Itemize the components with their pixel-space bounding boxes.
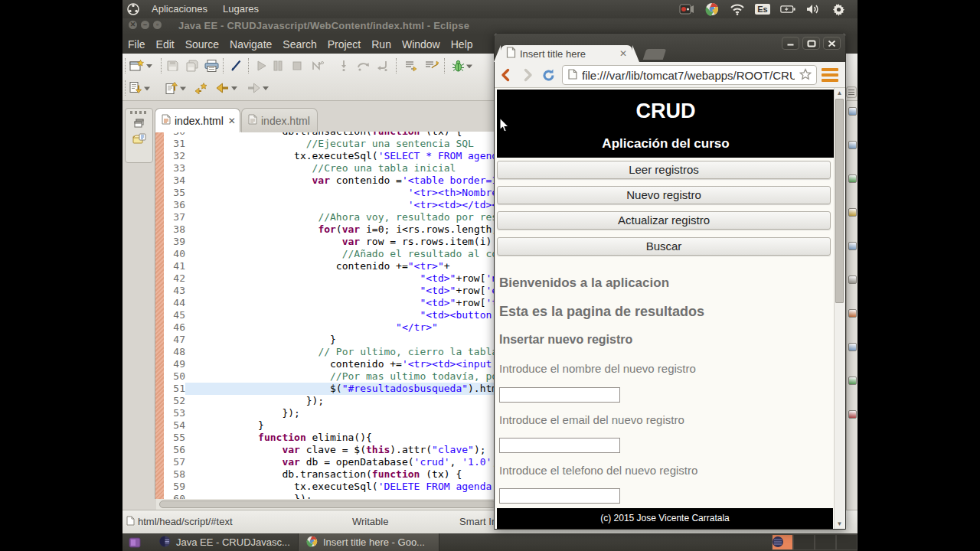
step-into-disabled [338,60,350,72]
page-button-3[interactable]: Actualizar registro [497,211,831,230]
minimized-view-icon[interactable] [848,343,857,351]
minimized-view-icon[interactable] [848,174,857,183]
scroll-down-arrow[interactable]: ▼ [835,519,844,529]
volume-icon[interactable] [805,2,821,16]
eclipse-menu-help[interactable]: Help [446,38,479,51]
eclipse-menu-project[interactable]: Project [322,38,367,51]
workspace-4[interactable] [836,534,858,550]
minimized-view-icon[interactable] [848,141,857,149]
minimized-view-icon[interactable] [848,309,857,318]
bookmark-star-icon[interactable] [799,68,812,83]
eclipse-menu-run[interactable]: Run [366,38,397,51]
eclipse-close-button[interactable]: ✕ [129,21,137,29]
step-filters2[interactable] [424,60,439,72]
taskbar-items: Java EE - CRUDJavasc...Insert title here… [152,533,439,551]
menu-lugares[interactable]: Lugares [218,0,263,18]
dropdown-arrow-icon[interactable] [180,86,186,90]
toolbar-separator [125,80,126,96]
package-explorer-icon[interactable] [132,132,146,145]
minimized-view-icon[interactable] [848,276,857,284]
prev-annotation[interactable] [165,82,186,95]
chrome-maximize-button[interactable] [802,37,820,50]
eclipse-menu-search[interactable]: Search [277,38,322,51]
chrome-close-button[interactable] [823,37,841,50]
dropdown-arrow-icon[interactable] [231,86,237,90]
browser-tab[interactable]: Insert title here ✕ [501,45,632,62]
tab-index-html-active[interactable]: index.html ✕ [155,108,240,132]
next-annotation[interactable] [129,82,150,95]
minimized-view-icon[interactable] [848,242,857,250]
scrollbar-thumb[interactable] [835,99,844,303]
taskbar-item-1[interactable]: Java EE - CRUDJavasc... [152,533,293,551]
line-number: 37 [164,211,185,223]
minimized-view-icon[interactable] [848,208,857,217]
page-scrollbar[interactable]: ▲ ▼ [834,88,844,529]
tab-index-html-inactive[interactable]: index.html [241,108,318,132]
field-input-2[interactable] [499,438,620,453]
chrome-icon[interactable] [704,2,720,16]
eclipse-titlebar[interactable]: ✕ – ▫ Java EE - CRUDJavascript/WebConten… [122,18,858,34]
page-heading-3: Insertar nuevo registro [499,333,632,347]
drag-handle[interactable] [130,111,149,114]
url-text: file:///var/lib/tomcat7/webapps/ROOT/CRU [582,69,795,82]
screen-recorder-icon[interactable] [679,2,694,16]
back-arrow[interactable] [215,82,237,94]
perspective-bar-stub[interactable] [846,86,857,98]
tab-close-icon[interactable]: ✕ [619,48,627,59]
hscrollbar-thumb[interactable] [159,500,496,508]
dropdown-arrow-icon[interactable] [263,86,269,90]
eclipse-minimize-button[interactable]: – [141,21,149,29]
workspace-3[interactable] [815,534,836,550]
line-number: 60 [164,493,185,499]
eclipse-menu-source[interactable]: Source [180,38,224,51]
keyboard-layout-es[interactable]: Es [755,2,770,16]
use-step-filters[interactable] [404,60,418,72]
eclipse-menu-edit[interactable]: Edit [151,38,180,51]
eclipse-menu-navigate[interactable]: Navigate [224,38,277,51]
new-wizard[interactable] [129,59,152,73]
dropdown-arrow-icon[interactable] [144,86,150,90]
line-number: 58 [164,468,185,481]
pen-slash[interactable] [230,60,242,72]
stop-disabled [292,60,302,71]
chrome-minimize-button[interactable] [782,37,799,50]
address-bar[interactable]: file:///var/lib/tomcat7/webapps/ROOT/CRU [562,65,817,85]
workspace-2[interactable] [793,534,815,550]
forward-button[interactable] [518,64,537,86]
chrome-menu-button[interactable] [822,67,838,83]
debug-bug[interactable] [452,60,472,73]
menu-aplicaciones[interactable]: Aplicaciones [147,0,212,18]
new-tab-button[interactable] [643,49,667,60]
page-button-4[interactable]: Buscar [497,237,831,256]
dropdown-arrow-icon[interactable] [146,64,152,68]
tab-close-icon[interactable]: ✕ [228,116,236,126]
back-button[interactable] [496,64,516,86]
page-button-2[interactable]: Nuevo registro [497,186,831,204]
ubuntu-logo-icon[interactable] [126,2,141,16]
scroll-up-arrow[interactable]: ▲ [835,88,844,98]
wifi-icon[interactable] [730,2,745,16]
taskbar-item-2[interactable]: Insert title here - Goo... [298,533,439,551]
eclipse-maximize-button[interactable]: ▫ [153,21,162,29]
print[interactable] [204,60,219,73]
field-input-1[interactable] [499,387,620,403]
session-gear-icon[interactable] [831,2,846,16]
eclipse-menu-file[interactable]: File [122,38,151,51]
workspace-1[interactable] [772,534,793,550]
minimized-view-icon[interactable] [848,377,857,385]
last-edit-location[interactable] [194,82,208,94]
toolbar-separator [396,58,397,73]
minimized-view-stack [125,108,153,163]
page-button-1[interactable]: Leer registros [497,161,831,179]
battery-icon[interactable] [780,2,795,16]
eclipse-menu-window[interactable]: Window [397,38,446,51]
page-header: CRUD Aplicación del curso [497,90,835,158]
field-input-3[interactable] [499,488,620,504]
chrome-titlebar[interactable]: Insert title here ✕ [495,34,845,62]
minimized-view-icon[interactable] [848,107,857,116]
reload-button[interactable] [538,64,558,86]
restore-view-icon[interactable] [132,117,146,129]
window-list-applet-icon[interactable] [129,536,141,549]
dropdown-arrow-icon[interactable] [466,64,472,68]
minimized-view-icon[interactable] [848,410,857,419]
